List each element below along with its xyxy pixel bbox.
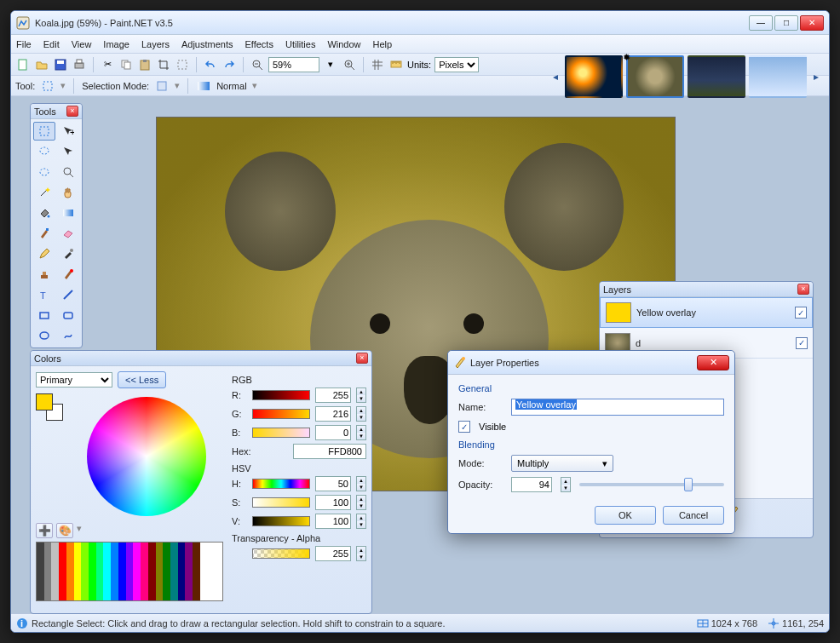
ruler-icon[interactable] — [388, 57, 404, 72]
b-slider[interactable] — [252, 428, 310, 438]
alpha-slider[interactable] — [252, 548, 310, 559]
alpha-spinner[interactable]: ▲▼ — [356, 546, 366, 561]
ellipse-select-tool[interactable] — [33, 163, 55, 181]
redo-icon[interactable] — [222, 57, 237, 72]
current-tool-icon[interactable] — [40, 78, 55, 94]
recolor-tool[interactable] — [57, 265, 79, 284]
doc-thumb-3[interactable] — [688, 55, 745, 98]
doc-thumb-4[interactable] — [749, 55, 807, 98]
ellipse-shape-tool[interactable] — [33, 326, 55, 345]
v-input[interactable] — [315, 514, 351, 529]
zoom-tool[interactable] — [57, 163, 79, 181]
paste-icon[interactable] — [137, 57, 152, 72]
round-rect-shape-tool[interactable] — [57, 306, 79, 324]
rectangle-shape-tool[interactable] — [33, 306, 55, 324]
blend-icon[interactable] — [196, 78, 211, 94]
g-slider[interactable] — [252, 409, 310, 419]
move-selection-tool[interactable]: + — [57, 122, 79, 141]
blend-mode-select[interactable]: Multiply▾ — [511, 455, 613, 472]
dialog-titlebar[interactable]: Layer Properties ✕ — [448, 351, 734, 375]
menu-layers[interactable]: Layers — [141, 39, 170, 49]
menu-window[interactable]: Window — [327, 39, 360, 49]
blend-dropdown-icon[interactable]: ▾ — [252, 80, 257, 91]
pencil-tool[interactable] — [33, 244, 55, 263]
s-slider[interactable] — [252, 497, 310, 508]
deselect-icon[interactable] — [175, 57, 190, 72]
slider-thumb[interactable] — [684, 478, 693, 491]
move-tool[interactable] — [57, 142, 79, 161]
zoom-dropdown-icon[interactable]: ▾ — [323, 57, 338, 72]
r-slider[interactable] — [252, 390, 310, 400]
menu-edit[interactable]: Edit — [43, 39, 60, 49]
layer-visible-checkbox[interactable]: ✓ — [795, 307, 807, 319]
minimize-button[interactable]: — — [749, 15, 773, 31]
maximize-button[interactable]: □ — [774, 15, 798, 31]
palette-dropdown-icon[interactable]: ▾ — [77, 523, 82, 538]
menu-utilities[interactable]: Utilities — [285, 39, 315, 49]
zoom-out-icon[interactable] — [250, 57, 265, 72]
open-icon[interactable] — [34, 57, 49, 72]
paintbrush-tool[interactable] — [33, 224, 55, 243]
hex-input[interactable] — [293, 444, 366, 459]
menu-adjustments[interactable]: Adjustments — [181, 39, 233, 49]
clone-stamp-tool[interactable] — [33, 265, 55, 284]
color-target-select[interactable]: Primary — [36, 372, 112, 388]
visible-checkbox[interactable]: ✓ — [458, 421, 470, 433]
cancel-button[interactable]: Cancel — [663, 506, 724, 525]
palette-icon[interactable]: 🎨 — [56, 523, 73, 538]
gradient-tool[interactable] — [57, 204, 79, 222]
opacity-slider[interactable] — [579, 483, 724, 486]
copy-icon[interactable] — [118, 57, 134, 72]
color-picker-tool[interactable] — [57, 244, 79, 263]
layer-visible-checkbox[interactable]: ✓ — [796, 337, 808, 349]
eraser-tool[interactable] — [57, 224, 79, 243]
alpha-input[interactable] — [315, 546, 351, 561]
ok-button[interactable]: OK — [595, 506, 656, 525]
b-input[interactable] — [315, 425, 351, 440]
opacity-input[interactable] — [511, 477, 552, 492]
close-button[interactable]: ✕ — [800, 15, 824, 31]
tools-panel-title[interactable]: Tools × — [31, 104, 82, 119]
h-spinner[interactable]: ▲▼ — [356, 476, 366, 491]
color-wheel[interactable] — [87, 397, 206, 516]
dialog-close-button[interactable]: ✕ — [697, 355, 729, 370]
h-slider[interactable] — [252, 479, 310, 489]
paint-bucket-tool[interactable] — [33, 204, 55, 222]
r-input[interactable] — [315, 388, 351, 403]
line-tool[interactable] — [57, 285, 79, 304]
less-button[interactable]: << Less — [118, 371, 166, 388]
layers-panel-title[interactable]: Layers × — [600, 282, 813, 297]
h-input[interactable] — [315, 476, 351, 491]
selmode-replace-icon[interactable] — [154, 78, 170, 94]
lasso-tool[interactable] — [33, 142, 55, 161]
v-spinner[interactable]: ▲▼ — [356, 514, 366, 529]
menu-effects[interactable]: Effects — [245, 39, 273, 49]
print-icon[interactable] — [72, 57, 87, 72]
layer-name-input[interactable]: Yellow overlay — [511, 399, 724, 416]
text-tool[interactable]: T — [33, 285, 55, 304]
s-spinner[interactable]: ▲▼ — [356, 495, 366, 510]
undo-icon[interactable] — [203, 57, 218, 72]
menu-file[interactable]: File — [16, 39, 32, 49]
freeform-shape-tool[interactable] — [57, 326, 79, 345]
add-color-icon[interactable]: ➕ — [36, 523, 53, 538]
grid-icon[interactable] — [370, 57, 385, 72]
g-spinner[interactable]: ▲▼ — [356, 406, 366, 422]
s-input[interactable] — [315, 495, 351, 510]
menu-view[interactable]: View — [72, 39, 92, 49]
primary-swatch[interactable] — [36, 393, 53, 410]
thumbs-next-button[interactable]: ▸ — [810, 68, 822, 85]
doc-thumb-1[interactable] — [565, 55, 623, 98]
palette-swatches[interactable] — [36, 542, 223, 601]
zoom-in-icon[interactable] — [342, 57, 357, 72]
doc-thumb-2[interactable]: ✹ — [626, 55, 684, 98]
r-spinner[interactable]: ▲▼ — [356, 388, 366, 403]
save-icon[interactable] — [53, 57, 68, 72]
magic-wand-tool[interactable] — [33, 183, 55, 202]
crop-icon[interactable] — [156, 57, 171, 72]
cut-icon[interactable]: ✂ — [100, 57, 115, 72]
units-select[interactable]: Pixels — [434, 57, 479, 72]
tools-close-icon[interactable]: × — [66, 106, 78, 117]
menu-help[interactable]: Help — [373, 39, 393, 49]
selmode-dropdown-icon[interactable]: ▾ — [175, 80, 180, 91]
